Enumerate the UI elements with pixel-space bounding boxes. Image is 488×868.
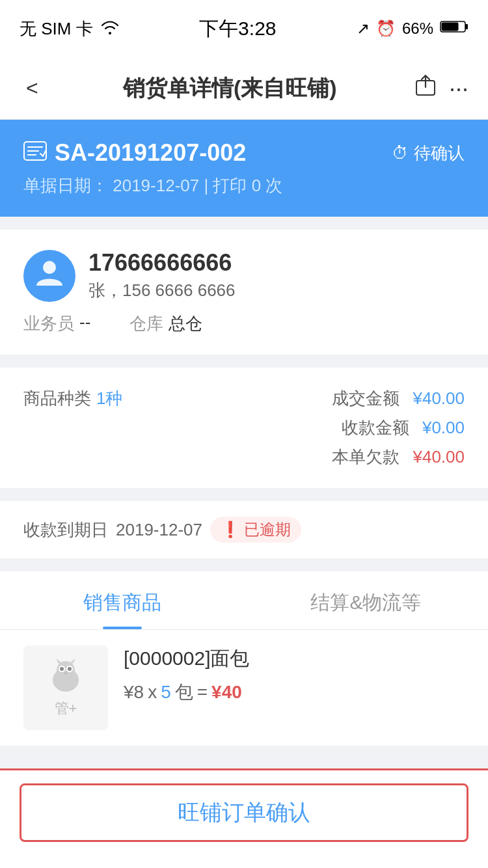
confirm-order-button[interactable]: 旺铺订单确认 [20, 783, 468, 842]
transaction-row: 成交金额 ¥40.00 [332, 387, 465, 410]
product-thumbnail: 管+ [23, 645, 108, 730]
salesperson-item: 业务员 -- [23, 312, 90, 335]
status-clock-icon: ⏱ [392, 143, 409, 163]
transaction-label: 成交金额 [332, 387, 400, 410]
warehouse-item: 仓库 总仓 [129, 312, 202, 335]
product-name: [0000002]面包 [124, 645, 465, 672]
bottom-bar: 旺铺订单确认 [0, 768, 488, 868]
order-number: SA-20191207-002 [55, 139, 246, 167]
nav-bar: < 销货单详情(来自旺铺) ··· [0, 57, 488, 120]
battery-icon [440, 20, 468, 38]
quantity: 5 [161, 682, 171, 703]
back-button[interactable]: < [20, 70, 45, 107]
overdue-badge: ❗ 已逾期 [210, 517, 301, 543]
avatar-person-icon [34, 257, 65, 295]
owed-label: 本单欠款 [332, 446, 400, 468]
print-separator: | [204, 176, 213, 195]
status-text: 待确认 [414, 142, 465, 165]
received-value: ¥0.00 [422, 418, 465, 438]
stats-card: 商品种类 1种 成交金额 ¥40.00 收款金额 ¥0.00 本单欠款 ¥40.… [0, 368, 488, 488]
status-right: ↗ ⏰ 66% [357, 20, 468, 38]
order-date-row: 单据日期： 2019-12-07 | 打印 0 次 [23, 174, 465, 197]
salesperson-label: 业务员 [23, 312, 74, 335]
product-info: [0000002]面包 ¥8 x 5 包 = ¥40 [124, 645, 465, 705]
svg-rect-1 [465, 24, 468, 29]
order-header-icon [23, 139, 47, 167]
tabs-container: 销售商品 结算&物流等 [0, 571, 488, 746]
due-date-card: 收款到期日 2019-12-07 ❗ 已逾期 [0, 501, 488, 558]
stats-right: 成交金额 ¥40.00 收款金额 ¥0.00 本单欠款 ¥40.00 [332, 387, 465, 468]
order-date-value: 2019-12-07 [113, 176, 199, 195]
customer-meta: 业务员 -- 仓库 总仓 [23, 312, 465, 335]
print-count: 0 [252, 176, 261, 195]
product-type-label: 商品种类 [23, 387, 91, 410]
overdue-text: 已逾期 [244, 519, 291, 540]
print-unit: 次 [265, 176, 282, 195]
transaction-value: ¥40.00 [413, 388, 465, 409]
product-type-item: 商品种类 1种 [23, 387, 122, 410]
date-label: 单据日期： [23, 176, 108, 195]
salesperson-value: -- [79, 312, 90, 335]
customer-phone: 17666666666 [88, 249, 236, 277]
warehouse-label: 仓库 [129, 312, 163, 335]
order-header: SA-20191207-002 ⏱ 待确认 单据日期： 2019-12-07 |… [0, 120, 488, 217]
carrier-label: 无 SIM 卡 [20, 18, 93, 40]
received-label: 收款金额 [342, 416, 409, 439]
svg-point-10 [60, 667, 64, 671]
due-date-label: 收款到期日 [23, 519, 108, 541]
overdue-icon: ❗ [221, 521, 240, 539]
tabs-header: 销售商品 结算&物流等 [0, 571, 488, 630]
status-bar: 无 SIM 卡 下午3:28 ↗ ⏰ 66% [0, 0, 488, 57]
owed-row: 本单欠款 ¥40.00 [332, 446, 465, 468]
warehouse-value: 总仓 [169, 312, 202, 335]
equals-sign: = [197, 682, 208, 703]
product-price-row: ¥8 x 5 包 = ¥40 [124, 680, 465, 705]
unit-price: ¥8 [124, 682, 144, 703]
export-icon[interactable] [415, 74, 436, 102]
svg-point-5 [43, 261, 56, 274]
print-label: 打印 [213, 176, 247, 195]
avatar [23, 250, 75, 302]
customer-card: 17666666666 张，156 6666 6666 业务员 -- 仓库 总仓 [0, 230, 488, 355]
wifi-icon [101, 19, 119, 39]
product-code: [0000002] [124, 647, 210, 669]
customer-info: 17666666666 张，156 6666 6666 [88, 249, 236, 302]
multiply-sign: x [148, 682, 157, 703]
location-icon: ↗ [357, 20, 370, 38]
due-date-value: 2019-12-07 [116, 520, 202, 540]
owed-value: ¥40.00 [413, 447, 465, 467]
alarm-icon: ⏰ [376, 20, 396, 38]
order-status: ⏱ 待确认 [392, 142, 465, 165]
thumb-text: 管+ [55, 699, 77, 718]
total-price: ¥40 [211, 682, 242, 703]
received-row: 收款金额 ¥0.00 [342, 416, 465, 439]
svg-point-11 [68, 667, 72, 671]
nav-actions: ··· [415, 74, 468, 102]
tab-sales-product[interactable]: 销售商品 [0, 571, 244, 629]
order-id-row: SA-20191207-002 [23, 139, 246, 167]
stats-left: 商品种类 1种 [23, 387, 122, 415]
status-left: 无 SIM 卡 [20, 18, 119, 40]
product-title: 面包 [210, 647, 249, 669]
product-type-value: 1种 [96, 387, 122, 410]
page-title: 销货单详情(来自旺铺) [123, 74, 337, 103]
svg-rect-2 [441, 23, 458, 31]
more-icon[interactable]: ··· [449, 75, 468, 102]
battery-label: 66% [402, 20, 433, 38]
tab-settlement[interactable]: 结算&物流等 [244, 571, 488, 629]
unit: 包 [175, 680, 193, 705]
status-time: 下午3:28 [199, 16, 276, 42]
customer-name: 张，156 6666 6666 [88, 279, 236, 302]
product-item: 管+ [0000002]面包 ¥8 x 5 包 = ¥40 [0, 630, 488, 746]
